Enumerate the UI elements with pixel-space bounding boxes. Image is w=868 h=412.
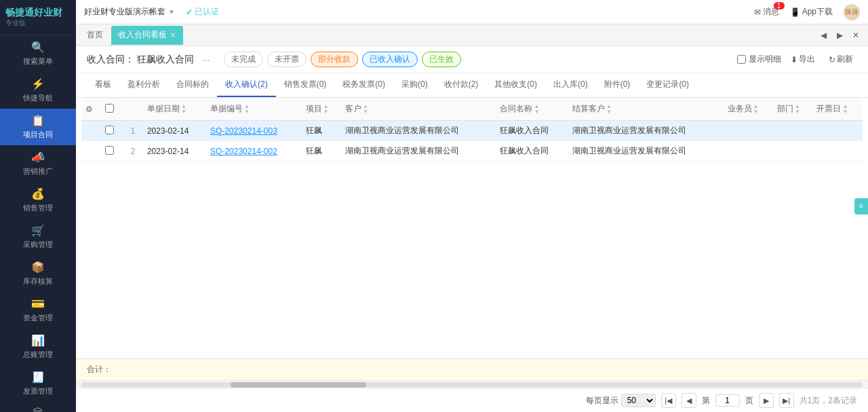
export-icon: ⬇ <box>791 55 797 64</box>
sidebar-icon-4: 💰 <box>31 187 45 200</box>
export-button[interactable]: ⬇ 导出 <box>787 52 819 67</box>
table-row[interactable]: 2 2023-02-14 SQ-20230214-002 狂飙 湖南卫视商业运营… <box>81 141 863 162</box>
table-row[interactable]: 1 2023-02-14 SQ-20230214-003 狂飙 湖南卫视商业运营… <box>81 121 863 141</box>
col-docno[interactable]: 单据编号▲▼ <box>206 98 302 121</box>
company-selector[interactable]: 好业财专业版演示帐套 ▼ <box>84 6 175 18</box>
col-salesperson[interactable]: 业务员▲▼ <box>724 98 774 121</box>
sidebar-item-10[interactable]: 🏛税务管理 <box>0 402 76 412</box>
col-customer-label: 客户 <box>345 103 361 115</box>
cell-final-customer-1: 湖南卫视商业运营发展有限公司 <box>568 141 724 162</box>
sidebar-item-8[interactable]: 📊总账管理 <box>0 329 76 365</box>
active-tab[interactable]: 收入合同看板 ✕ <box>111 26 183 45</box>
contract-more-icon[interactable]: ··· <box>199 54 213 65</box>
cell-checkbox-0[interactable] <box>101 121 123 141</box>
col-project[interactable]: 项目▲▼ <box>302 98 341 121</box>
scrollbar-thumb[interactable] <box>231 382 366 388</box>
cell-docno-1[interactable]: SQ-20230214-002 <box>206 141 302 162</box>
sidebar: 畅捷通好业财 专业版 🔍搜索菜单⚡快捷导航📋项目合同📣营销推广💰销售管理🛒采购管… <box>0 0 76 412</box>
cell-date-1: 2023-02-14 <box>143 141 206 162</box>
close-tab-icon[interactable]: ✕ <box>170 31 176 40</box>
sidebar-item-3[interactable]: 📣营销推广 <box>0 145 76 182</box>
page-first-btn[interactable]: |◀ <box>661 393 676 408</box>
tab-nav-next[interactable]: ▶ <box>833 29 846 42</box>
active-tab-label: 收入合同看板 <box>118 29 167 41</box>
col-date-label: 单据日期 <box>147 103 180 115</box>
sub-tab-0[interactable]: 看板 <box>87 73 119 97</box>
sidebar-item-4[interactable]: 💰销售管理 <box>0 182 76 219</box>
sidebar-icon-2: 📋 <box>31 114 45 127</box>
page-prev-btn[interactable]: ◀ <box>682 393 696 408</box>
select-all-checkbox[interactable] <box>105 104 114 113</box>
col-department[interactable]: 部门▲▼ <box>773 98 812 121</box>
sub-tab-11[interactable]: 变更记录(0) <box>638 73 697 97</box>
show-detail-checkbox[interactable] <box>737 55 746 64</box>
sub-tab-3[interactable]: 收入确认(2) <box>217 73 276 97</box>
sidebar-item-0[interactable]: 🔍搜索菜单 <box>0 35 76 72</box>
cell-checkbox-1[interactable] <box>101 141 123 162</box>
sidebar-nav: 🔍搜索菜单⚡快捷导航📋项目合同📣营销推广💰销售管理🛒采购管理📦库存核算💳资金管理… <box>0 35 76 412</box>
col-customer[interactable]: 客户▲▼ <box>341 98 496 121</box>
sidebar-item-6[interactable]: 📦库存核算 <box>0 255 76 292</box>
cell-docno-0[interactable]: SQ-20230214-003 <box>206 121 302 141</box>
sub-tab-5[interactable]: 税务发票(0) <box>334 73 393 97</box>
tab-nav-prev[interactable]: ◀ <box>816 29 830 42</box>
sub-tab-6[interactable]: 采购(0) <box>393 73 436 97</box>
page-input[interactable] <box>715 394 740 407</box>
sidebar-item-1[interactable]: ⚡快捷导航 <box>0 72 76 109</box>
sub-tab-1[interactable]: 盈利分析 <box>119 73 168 97</box>
sidebar-item-7[interactable]: 💳资金管理 <box>0 292 76 329</box>
col-settings[interactable]: ⚙ <box>81 98 101 121</box>
status-incomplete[interactable]: 未完成 <box>224 52 263 67</box>
horizontal-scrollbar[interactable] <box>76 380 868 388</box>
status-effective[interactable]: 已生效 <box>422 52 461 67</box>
status-no-invoice[interactable]: 未开票 <box>267 52 307 67</box>
col-contract-name[interactable]: 合同名称▲▼ <box>496 98 568 121</box>
col-invoice-date[interactable]: 开票日▲▼ <box>812 98 863 121</box>
cell-settings-0 <box>81 121 101 141</box>
cell-department-0 <box>773 121 812 141</box>
doc-link-1[interactable]: SQ-20230214-002 <box>210 147 277 156</box>
row-checkbox-1[interactable] <box>105 146 114 155</box>
sub-tab-2[interactable]: 合同标的 <box>168 73 217 97</box>
tab-nav-close[interactable]: ✕ <box>849 29 863 42</box>
app-download-label: App下载 <box>802 6 833 18</box>
sidebar-icon-9: 🧾 <box>31 371 45 383</box>
col-department-label: 部门 <box>777 103 793 115</box>
row-checkbox-0[interactable] <box>105 126 114 134</box>
sidebar-icon-1: ⚡ <box>31 77 45 90</box>
sidebar-item-9[interactable]: 🧾发票管理 <box>0 365 76 402</box>
doc-link-0[interactable]: SQ-20230214-003 <box>210 126 277 136</box>
verified-text: 已认证 <box>195 6 219 18</box>
app-download-button[interactable]: 📱 App下载 <box>790 6 833 18</box>
logo-sub-text: 专业版 <box>5 18 71 28</box>
sub-tab-9[interactable]: 出入库(0) <box>545 73 596 97</box>
settings-icon[interactable]: ⚙ <box>85 105 93 114</box>
sidebar-item-5[interactable]: 🛒采购管理 <box>0 219 76 255</box>
message-button[interactable]: ✉ 消息 1 <box>754 6 779 18</box>
sub-tab-7[interactable]: 收付款(2) <box>436 73 487 97</box>
cell-project-1: 狂飙 <box>302 141 341 162</box>
page-last-btn[interactable]: ▶| <box>779 393 794 408</box>
col-final-customer[interactable]: 结算客户▲▼ <box>568 98 724 121</box>
page-next-btn[interactable]: ▶ <box>759 393 774 408</box>
sub-tab-4[interactable]: 销售发票(0) <box>276 73 335 97</box>
user-avatar[interactable]: 珠珠 <box>844 4 860 20</box>
home-tab[interactable]: 首页 <box>81 29 108 41</box>
cell-salesperson-1 <box>724 141 774 162</box>
side-tool-btn[interactable]: ≡ <box>856 201 867 212</box>
status-partial[interactable]: 部分收款 <box>311 52 358 67</box>
page-size-select[interactable]: 50 100 200 <box>621 394 656 407</box>
page-total-info: 共1页，2条记录 <box>800 395 857 407</box>
col-rownum <box>123 98 143 121</box>
table-container[interactable]: ⚙ 单据日期▲▼ 单据编号▲▼ 项目▲▼ 客户▲▼ 合同名称▲▼ 结算客户▲▼ … <box>76 98 868 358</box>
show-detail-toggle[interactable]: 显示明细 <box>737 54 781 65</box>
sub-tab-10[interactable]: 附件(0) <box>596 73 639 97</box>
refresh-button[interactable]: ↻ 刷新 <box>825 52 857 67</box>
sub-tab-8[interactable]: 其他收支(0) <box>486 73 545 97</box>
col-date[interactable]: 单据日期▲▼ <box>143 98 206 121</box>
cell-settings-1 <box>81 141 101 162</box>
col-final-customer-label: 结算客户 <box>572 103 605 115</box>
col-checkbox[interactable] <box>101 98 123 121</box>
status-confirmed[interactable]: 已收入确认 <box>362 52 418 67</box>
sidebar-item-2[interactable]: 📋项目合同 <box>0 109 76 145</box>
